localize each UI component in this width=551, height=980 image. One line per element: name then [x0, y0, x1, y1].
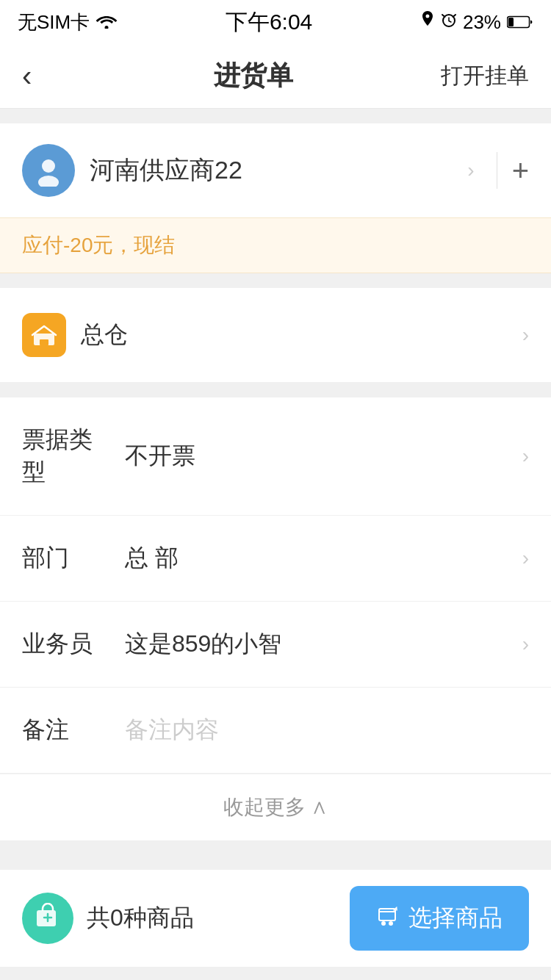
svg-rect-6: [40, 339, 48, 345]
svg-rect-8: [379, 909, 395, 920]
sales-value: 这是859的小智: [110, 628, 522, 660]
supplier-name: 河南供应商22: [90, 154, 467, 187]
location-icon: [420, 11, 435, 34]
collapse-button[interactable]: 收起更多 ∧: [0, 774, 551, 840]
section-divider-1: [0, 109, 551, 123]
alarm-icon: [441, 11, 457, 34]
supplier-row[interactable]: 河南供应商22 › +: [0, 123, 551, 217]
nav-bar: ‹ 进货单 打开挂单: [0, 44, 551, 109]
dept-label: 部门: [22, 542, 110, 574]
status-right: 23%: [420, 11, 533, 34]
sales-row[interactable]: 业务员 这是859的小智 ›: [0, 602, 551, 688]
remark-input[interactable]: 备注内容: [110, 714, 529, 746]
vertical-divider: [497, 152, 497, 189]
warehouse-label: 总仓: [81, 319, 522, 351]
collapse-label: 收起更多 ∧: [223, 796, 328, 818]
invoice-row[interactable]: 票据类型 不开票 ›: [0, 397, 551, 516]
notice-text: 应付-20元，现结: [22, 234, 175, 256]
bottom-bar: 共0种商品 选择商品: [0, 870, 551, 967]
page-background: [0, 967, 551, 980]
sales-chevron-icon: ›: [522, 633, 529, 656]
nav-title: 进货单: [214, 58, 293, 94]
status-bar: 无SIM卡 下午6:04 23%: [0, 0, 551, 44]
carrier-label: 无SIM卡: [18, 10, 90, 35]
invoice-chevron-icon: ›: [522, 444, 529, 468]
svg-point-9: [381, 921, 386, 926]
back-button[interactable]: ‹: [22, 60, 66, 93]
warehouse-row[interactable]: 总仓 ›: [0, 288, 551, 383]
section-divider-3: [0, 383, 551, 397]
status-time: 下午6:04: [226, 7, 312, 37]
open-pending-button[interactable]: 打开挂单: [441, 61, 529, 91]
dept-chevron-icon: ›: [522, 547, 529, 570]
supplier-avatar: [22, 144, 75, 197]
battery-label: 23%: [463, 11, 501, 34]
dept-value: 总 部: [110, 542, 522, 574]
remark-label: 备注: [22, 714, 110, 746]
svg-rect-2: [508, 18, 514, 26]
sales-label: 业务员: [22, 628, 110, 660]
dept-row[interactable]: 部门 总 部 ›: [0, 516, 551, 602]
form-section: 票据类型 不开票 › 部门 总 部 › 业务员 这是859的小智 › 备注 备注…: [0, 397, 551, 840]
warehouse-icon-wrap: [22, 313, 66, 357]
remark-row[interactable]: 备注 备注内容: [0, 688, 551, 774]
warehouse-chevron-icon: ›: [522, 323, 529, 347]
svg-point-3: [42, 159, 55, 173]
select-product-button[interactable]: 选择商品: [350, 886, 529, 951]
product-count: 共0种商品: [87, 902, 350, 934]
supplier-chevron-icon: ›: [467, 159, 474, 182]
svg-point-4: [38, 176, 59, 187]
product-icon-wrap: [22, 893, 73, 944]
invoice-value: 不开票: [110, 440, 522, 472]
status-left: 无SIM卡: [18, 10, 118, 35]
invoice-label: 票据类型: [22, 424, 110, 489]
select-btn-label: 选择商品: [408, 902, 503, 934]
wifi-icon: [96, 11, 118, 34]
battery-icon: [507, 11, 533, 34]
section-divider-2: [0, 273, 551, 288]
svg-point-10: [389, 921, 393, 926]
section-divider-4: [0, 840, 551, 855]
cart-icon: [376, 903, 401, 934]
add-supplier-button[interactable]: +: [512, 154, 529, 187]
notice-banner: 应付-20元，现结: [0, 217, 551, 273]
